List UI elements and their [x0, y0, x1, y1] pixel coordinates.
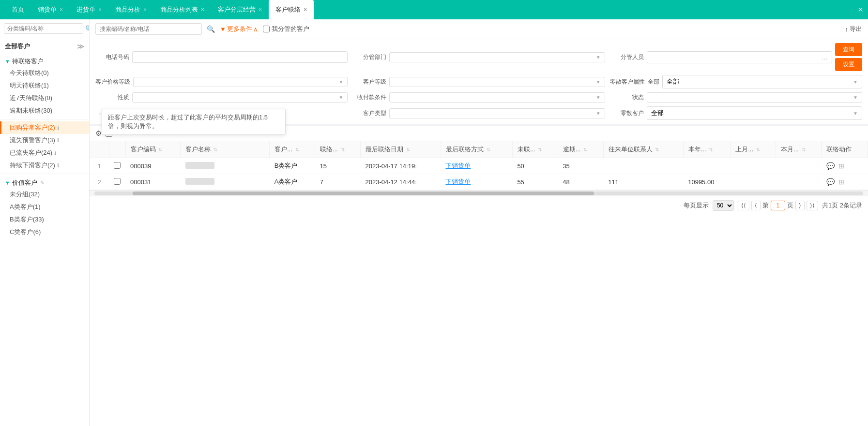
dept-select[interactable]: ▼ [389, 52, 605, 62]
col-code: 客户编码 ⇅ [125, 141, 181, 158]
info-icon-1: ℹ [57, 125, 59, 131]
nav-product-analysis-list-close[interactable]: × [201, 6, 204, 13]
row-2-grid-icon[interactable]: ⊞ [838, 178, 844, 186]
retail-customer-label: 零散客户 [610, 109, 644, 118]
filter-field-payment: 收付款条件 ▼ [352, 92, 605, 103]
search-input[interactable] [95, 23, 202, 35]
sidebar-item-churn-warning[interactable]: 流失预警客户(3) ℹ [0, 134, 89, 147]
row-2-code: 000031 [125, 174, 181, 190]
sidebar-item-churned[interactable]: 已流失客户(24) ℹ [0, 147, 89, 159]
table-area: ⚙ 客户编码 ⇅ 客户名称 ⇅ [90, 126, 868, 426]
sidebar-item-class-a[interactable]: A类客户(1) [0, 201, 89, 213]
prev-page-btn[interactable]: ⟨ [751, 201, 761, 210]
sidebar-item-class-c[interactable]: C类客户(6) [0, 226, 89, 238]
nav-customer-tier-close[interactable]: × [259, 6, 262, 13]
nav-product-analysis[interactable]: 商品分析 × [108, 0, 153, 19]
sidebar-search-input[interactable] [4, 23, 83, 34]
row-1-method-link[interactable]: 下销货单 [445, 162, 471, 169]
table-settings-icon[interactable]: ⚙ [95, 129, 102, 138]
person-select[interactable]: … [647, 51, 832, 63]
row-1-last-method: 下销货单 [441, 158, 512, 174]
status-select[interactable]: ▼ [647, 92, 862, 103]
customer-type-label: 客户类型 [352, 109, 386, 118]
pending-contact-group[interactable]: ▼ 待联络客户 [0, 55, 89, 67]
nav-customer-tier[interactable]: 客户分层经营 × [211, 0, 269, 19]
value-group-edit[interactable]: ✎ [40, 180, 45, 186]
row-2-checkbox[interactable] [114, 178, 121, 185]
price-level-label: 客户价格等级 [95, 78, 130, 86]
action-buttons: 查询 设置 [835, 43, 862, 71]
row-2-actions: 💬 ⊞ [822, 174, 868, 190]
row-2-method-link[interactable]: 下销货单 [445, 178, 471, 185]
status-label: 状态 [610, 93, 644, 102]
row-1-checkbox[interactable] [114, 162, 121, 169]
sidebar-search-icon[interactable]: 🔍 [85, 25, 90, 32]
nav-product-analysis-close[interactable]: × [143, 6, 147, 13]
sort-method-icon: ⇅ [487, 147, 490, 152]
sidebar-item-tomorrow-pending[interactable]: 明天待联络(1) [0, 79, 89, 92]
row-1-grid-icon[interactable]: ⊞ [838, 162, 844, 170]
my-customers-filter[interactable]: 我分管的客户 [263, 25, 309, 33]
sidebar-item-today-pending[interactable]: 今天待联络(0) [0, 67, 89, 79]
next-page-btn[interactable]: ⟩ [795, 201, 805, 210]
price-level-chevron-icon: ▼ [338, 79, 343, 85]
first-page-btn[interactable]: ⟨⟨ [738, 201, 749, 210]
col-actions: 联络动作 [822, 141, 868, 158]
nav-purchase-order-close[interactable]: × [98, 6, 102, 13]
export-button[interactable]: ↑ 导出 [845, 25, 863, 33]
sidebar-item-week-pending[interactable]: 近7天待联络(0) [0, 92, 89, 104]
row-2-chat-icon[interactable]: 💬 [826, 178, 835, 186]
row-2-category: A类客户 [270, 174, 315, 190]
sidebar-item-class-b[interactable]: B类客户(33) [0, 213, 89, 226]
last-page-btn[interactable]: ⟩⟩ [807, 201, 818, 210]
nav-product-analysis-list[interactable]: 商品分析列表 × [153, 0, 211, 19]
retail-customer-select[interactable]: 全部 ▼ [647, 106, 862, 120]
sidebar-item-unclassified[interactable]: 未分组(32) [0, 188, 89, 201]
sidebar-item-overdue-pending[interactable]: 逾期未联络(30) [0, 104, 89, 117]
nature-select[interactable]: ▼ [132, 92, 348, 103]
query-button[interactable]: 查询 [835, 43, 862, 56]
pagination: 每页显示 50 ⟨⟨ ⟨ 第 页 ⟩ ⟩⟩ 共1页 2条记录 [90, 196, 868, 215]
filter-row-3: 性质 ▼ 收付款条件 ▼ 状态 [95, 92, 862, 103]
price-level-select[interactable]: ▼ [133, 77, 348, 87]
sidebar-item-declining[interactable]: 持续下滑客户(2) ℹ [0, 159, 89, 172]
current-page-input[interactable] [771, 201, 785, 210]
data-table: 客户编码 ⇅ 客户名称 ⇅ 客户... ⇅ 联络... [90, 141, 868, 190]
value-customer-group[interactable]: ▼ 价值客户 ✎ [0, 176, 89, 188]
info-icon-3: ℹ [54, 150, 56, 156]
nature-label: 性质 [95, 93, 129, 102]
col-last-date: 最后联络日期 ⇅ [361, 141, 441, 158]
tooltip-box: 距客户上次交易时长，超过了此客户的平均交易周期的1.5倍，则视为异常。 [102, 109, 286, 135]
payment-select[interactable]: ▼ [389, 92, 605, 103]
settings-button[interactable]: 设置 [835, 58, 862, 71]
window-close-icon[interactable]: × [858, 5, 863, 15]
filter-field-dept: 分管部门 ▼ [352, 52, 605, 62]
more-conditions-btn[interactable]: ▼ 更多条件 ∧ [220, 25, 258, 33]
all-customers-header[interactable]: 全部客户 ≫ [0, 38, 89, 55]
horizontal-scrollbar[interactable] [90, 190, 868, 196]
sort-name-icon: ⇅ [213, 147, 217, 152]
search-button[interactable]: 🔍 [207, 25, 215, 33]
row-1-chat-icon[interactable]: 💬 [826, 162, 835, 170]
sort-last-month-icon: ⇅ [756, 147, 760, 152]
nav-customer-contact[interactable]: 客户联络 × [269, 0, 314, 19]
phone-input[interactable] [132, 51, 348, 63]
main-layout: 🔍 全部客户 ≫ ▼ 待联络客户 今天待联络(0) 明天待联络(1) 近7天待联… [0, 19, 868, 426]
scroll-thumb[interactable] [133, 191, 594, 195]
retail-attr-label: 零散客户属性 [610, 78, 645, 86]
sidebar-item-repurchase-anomaly[interactable]: 回购异常客户(2) ℹ [0, 121, 89, 134]
filter-field-customer-level: 客户等级 ▼ [352, 77, 605, 87]
nav-customer-contact-close[interactable]: × [304, 6, 307, 13]
row-1-category: B类客户 [270, 158, 315, 174]
row-2-this-month [776, 174, 822, 190]
nav-purchase-order[interactable]: 进货单 × [70, 0, 108, 19]
per-page-select[interactable]: 50 [713, 200, 734, 211]
retail-attr-select[interactable]: 全部 ▼ [662, 75, 862, 88]
col-last-month: 上月... ⇅ [731, 141, 776, 158]
nav-sales-order[interactable]: 销货单 × [31, 0, 70, 19]
customer-type-select[interactable]: ▼ [389, 108, 605, 118]
customer-level-select[interactable]: ▼ [389, 77, 605, 87]
my-customers-checkbox[interactable] [263, 26, 270, 32]
nav-home[interactable]: 首页 [5, 0, 31, 19]
nav-sales-order-close[interactable]: × [60, 6, 63, 13]
